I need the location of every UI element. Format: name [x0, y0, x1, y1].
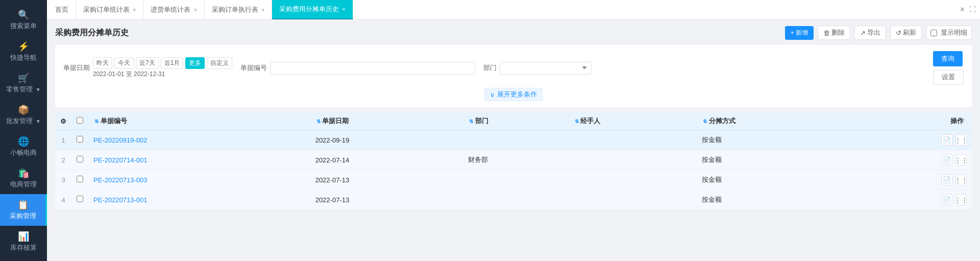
row-docno-link-2[interactable]: PE-20220714-001 — [93, 156, 148, 164]
export-button[interactable]: ↗ 导出 — [854, 26, 886, 40]
close-all-icon[interactable]: ✕ — [960, 6, 965, 13]
ecommerce-icon: 🛍️ — [2, 168, 45, 179]
show-columns-input[interactable] — [930, 30, 937, 36]
row-ops-1: 📄 ⋮⋮ — [848, 130, 972, 150]
tab-purchase-order-stat-label: 采购订单统计表 — [83, 5, 130, 14]
sidebar-item-ecommerce-label: 电商管理 — [10, 180, 37, 188]
search-icon: 🔍 — [2, 9, 45, 20]
filter-row: 单据日期 昨天 今天 近7天 近1月 更多 自定义 2022-01-01 至 2… — [63, 51, 964, 85]
row-date-3: 2022-07-13 — [310, 170, 463, 190]
show-columns-checkbox[interactable]: 显示明细 — [926, 26, 972, 40]
more-icon-3[interactable]: ⋮⋮ — [955, 174, 967, 185]
date-1month[interactable]: 近1月 — [161, 57, 184, 69]
purchase-icon: 📋 — [2, 199, 43, 210]
col-date: ⇅ 单据日期 — [310, 112, 463, 130]
page-title: 采购费用分摊单历史 — [55, 28, 129, 38]
refresh-button[interactable]: ↺ 刷新 — [890, 26, 922, 40]
query-button[interactable]: 查询 — [933, 51, 963, 66]
row-docno-link-3[interactable]: PE-20220713-003 — [93, 176, 148, 184]
sidebar-item-retail[interactable]: 🛒 零售管理 ▼ — [0, 67, 47, 99]
row-ops-2: 📄 ⋮⋮ — [848, 150, 972, 170]
close-icon[interactable]: × — [133, 7, 136, 13]
date-yesterday[interactable]: 昨天 — [93, 57, 112, 69]
maximize-icon[interactable]: ⛶ — [969, 6, 976, 13]
date-7days[interactable]: 近7天 — [136, 57, 159, 69]
select-all-checkbox[interactable] — [77, 117, 83, 124]
doc-no-input[interactable] — [270, 62, 475, 75]
content-area: 采购费用分摊单历史 + 新增 🗑 删除 ↗ 导出 ↺ 刷新 显示明细 — [47, 19, 980, 261]
quicknav-icon: ⚡ — [2, 41, 45, 52]
sidebar-item-ecommerce-small[interactable]: 🌐 小畅电商 — [0, 131, 47, 162]
col-dept: ⇅ 部门 — [463, 112, 568, 130]
row-docno-2: PE-20220714-001 — [88, 150, 310, 170]
tab-purchase-exec[interactable]: 采购订单执行表 × — [205, 0, 272, 19]
row-docno-link-1[interactable]: PE-20220919-002 — [93, 136, 148, 144]
row-method-3: 按金额 — [697, 170, 848, 190]
sidebar-item-inventory[interactable]: 📊 库存核算 — [0, 226, 47, 257]
more-icon-2[interactable]: ⋮⋮ — [955, 154, 967, 165]
row-ops-4: 📄 ⋮⋮ — [848, 190, 972, 210]
close-icon[interactable]: × — [342, 6, 345, 12]
row-docno-1: PE-20220919-002 — [88, 130, 310, 150]
close-icon[interactable]: × — [193, 7, 197, 13]
row-checkbox-3 — [71, 170, 88, 190]
doc-no-label: 单据编号 — [240, 63, 267, 73]
row-select-4[interactable] — [77, 196, 83, 202]
date-filter: 单据日期 昨天 今天 近7天 近1月 更多 自定义 2022-01-01 至 2… — [63, 57, 232, 79]
sidebar-item-quicknav[interactable]: ⚡ 快捷导航 — [0, 36, 47, 67]
sidebar-item-ecommerce[interactable]: 🛍️ 电商管理 — [0, 162, 47, 194]
row-ops-3: 📄 ⋮⋮ — [848, 170, 972, 190]
row-handler-4 — [569, 190, 697, 210]
tab-cost-split-history-label: 采购费用分摊单历史 — [279, 5, 339, 14]
date-today[interactable]: 今天 — [114, 57, 134, 69]
tab-inbound-stat[interactable]: 进货单统计表 × — [143, 0, 204, 19]
view-icon-1[interactable]: 📄 — [941, 134, 952, 146]
row-handler-1 — [569, 130, 697, 150]
view-icon-3[interactable]: 📄 — [941, 174, 952, 185]
more-icon-4[interactable]: ⋮⋮ — [955, 194, 967, 205]
row-docno-4: PE-20220713-001 — [88, 190, 310, 210]
sidebar-item-purchase-label: 采购管理 — [10, 212, 36, 220]
row-num-4: 4 — [55, 190, 71, 210]
date-more[interactable]: 更多 — [185, 57, 205, 69]
row-select-2[interactable] — [77, 156, 83, 162]
dept-select[interactable]: 财务部 — [500, 62, 592, 75]
row-method-2: 按金额 — [697, 150, 848, 170]
expand-more-area: ∨ 展开更多条件 — [63, 88, 964, 101]
sort-icon: ⇅ — [575, 118, 579, 124]
table-row: 4 PE-20220713-001 2022-07-13 按金额 — [55, 190, 972, 210]
col-settings[interactable]: ⚙ — [55, 112, 71, 130]
row-select-3[interactable] — [77, 176, 83, 182]
sort-icon: ⇅ — [94, 118, 99, 124]
more-icon-1[interactable]: ⋮⋮ — [955, 134, 967, 146]
sidebar-item-purchase[interactable]: 📋 采购管理 — [0, 194, 47, 226]
delete-button[interactable]: 🗑 删除 — [818, 26, 850, 40]
expand-button[interactable]: ∨ 展开更多条件 — [484, 88, 543, 101]
dept-filter: 部门 财务部 — [483, 62, 925, 75]
row-num-2: 2 — [55, 150, 71, 170]
close-icon[interactable]: × — [261, 7, 264, 13]
tab-home[interactable]: 首页 — [51, 0, 76, 19]
row-select-1[interactable] — [77, 136, 83, 143]
settings-icon[interactable]: ⚙ — [60, 117, 66, 125]
page-header: 采购费用分摊单历史 + 新增 🗑 删除 ↗ 导出 ↺ 刷新 显示明细 — [55, 26, 972, 40]
row-num-3: 3 — [55, 170, 71, 190]
view-icon-4[interactable]: 📄 — [941, 194, 952, 205]
sidebar-item-wholesale[interactable]: 📦 批发管理 ▼ — [0, 99, 47, 131]
view-icon-2[interactable]: 📄 — [941, 154, 952, 165]
add-button[interactable]: + 新增 — [785, 26, 814, 40]
row-method-4: 按金额 — [697, 190, 848, 210]
ops-group-1: 📄 ⋮⋮ — [853, 134, 967, 146]
sidebar-item-finance[interactable]: 💰 资金管理 — [0, 257, 47, 261]
sidebar-item-retail-label: 零售管理 — [6, 85, 33, 93]
tab-purchase-order-stat[interactable]: 采购订单统计表 × — [76, 0, 143, 19]
tab-cost-split-history[interactable]: 采购费用分摊单历史 × — [272, 0, 353, 19]
date-custom[interactable]: 自定义 — [207, 57, 232, 69]
sidebar-item-quicknav-label: 快捷导航 — [10, 54, 37, 61]
row-docno-link-4[interactable]: PE-20220713-001 — [93, 196, 148, 204]
sidebar-item-ecommerce-small-label: 小畅电商 — [10, 149, 37, 156]
sidebar-item-search[interactable]: 🔍 搜索菜单 — [0, 4, 47, 36]
settings-button[interactable]: 设置 — [933, 69, 964, 85]
row-dept-1 — [463, 130, 568, 150]
date-shortcuts: 昨天 今天 近7天 近1月 更多 自定义 2022-01-01 至 2022-1… — [93, 57, 232, 79]
